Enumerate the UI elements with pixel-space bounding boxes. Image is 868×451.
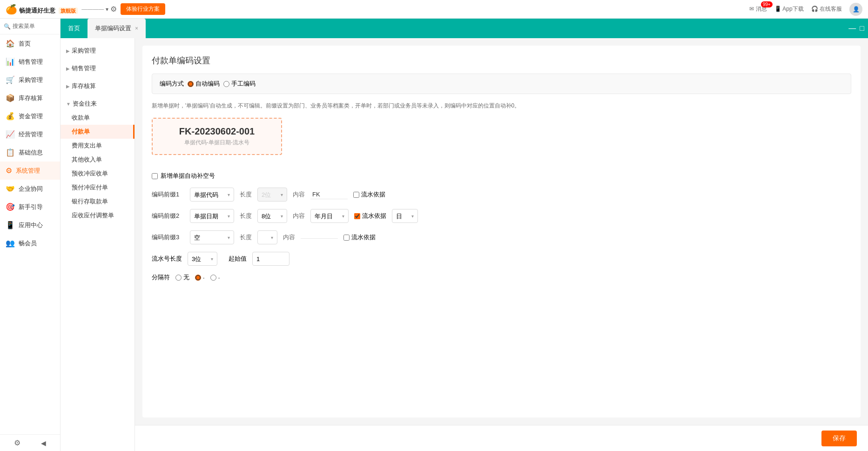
sec-item-adjust[interactable]: 应收应付调整单	[61, 209, 135, 222]
content3-label: 内容	[283, 233, 295, 242]
code-preview-desc: 单据代码-单据日期-流水号	[164, 139, 270, 147]
enterprise-icon: 🤝	[6, 184, 15, 193]
guide-icon: 🎯	[6, 202, 15, 211]
auto-fill-label: 新增单据自动补空号	[161, 172, 215, 180]
sidebar-item-basic[interactable]: 📋 基础信息	[0, 143, 60, 162]
sec-header-inventory[interactable]: ▶ 库存核算	[61, 79, 135, 93]
sec-item-pre-receipt[interactable]: 预收冲应收单	[61, 167, 135, 181]
apps-icon: 📱	[6, 221, 15, 229]
sidebar-item-label: 基础信息	[19, 148, 43, 157]
service-section[interactable]: 🎧 在线客服	[811, 5, 842, 13]
separator-none-radio[interactable]	[175, 275, 182, 281]
stream3-checkbox[interactable]	[343, 235, 350, 241]
sidebar-collapse-icon[interactable]: ◀	[41, 439, 46, 447]
length3-select-wrapper[interactable]: ▾	[257, 230, 277, 244]
sidebar-item-finance[interactable]: 💰 资金管理	[0, 107, 60, 125]
trial-button[interactable]: 体验行业方案	[121, 3, 165, 15]
settings-icon[interactable]: ⚙	[110, 5, 117, 13]
separator-dot-option[interactable]: ·	[195, 274, 205, 281]
prefix3-select-wrapper[interactable]: 空 单据代码 部门 业务员 ▾	[190, 230, 234, 244]
length2-select[interactable]: 8位 6位 4位	[262, 213, 279, 220]
serial-length-select-wrapper[interactable]: 3位 2位 4位 5位 ▾	[188, 252, 217, 266]
start-value-input[interactable]	[252, 252, 289, 266]
separator-none-option[interactable]: 无	[175, 273, 189, 282]
sidebar-item-enterprise[interactable]: 🤝 企业协同	[0, 180, 60, 198]
content2-select[interactable]: 年月日 年月 年	[315, 213, 340, 220]
stream2-unit-select[interactable]: 日 月 年	[396, 213, 410, 220]
auto-encoding-option[interactable]: 自动编码	[188, 80, 220, 88]
prefix2-row: 编码前缀2 单据日期 部门 业务员 空 ▾ 长度	[152, 209, 851, 223]
prefix1-select[interactable]: 单据代码 部门 业务员 空	[194, 191, 226, 198]
sidebar-item-operations[interactable]: 📈 经营管理	[0, 125, 60, 143]
sec-header-purchase[interactable]: ▶ 采购管理	[61, 44, 135, 58]
message-icon: ✉	[749, 6, 754, 12]
length3-select[interactable]	[262, 234, 269, 241]
auto-encoding-radio[interactable]	[188, 81, 194, 87]
sec-header-finance[interactable]: ▼ 资金往来	[61, 97, 135, 111]
manual-encoding-radio[interactable]	[223, 81, 229, 87]
prefix3-select[interactable]: 空 单据代码 部门 业务员	[194, 234, 226, 241]
tab-close-icon[interactable]: ×	[135, 25, 138, 32]
encoding-method-label: 编码方式	[160, 80, 184, 88]
sec-item-bank[interactable]: 银行存取款单	[61, 195, 135, 209]
message-section[interactable]: ✉ 消息 99+	[749, 5, 767, 13]
sidebar-item-apps[interactable]: 📱 应用中心	[0, 216, 60, 234]
sidebar-item-guide[interactable]: 🎯 新手引导	[0, 198, 60, 216]
stream2-checkbox[interactable]	[354, 213, 360, 219]
user-avatar[interactable]: 👤	[849, 3, 862, 16]
prefix2-select[interactable]: 单据日期 部门 业务员 空	[194, 213, 226, 220]
sidebar-item-member[interactable]: 👥 畅会员	[0, 234, 60, 252]
search-label: 搜索菜单	[13, 22, 35, 30]
service-icon: 🎧	[811, 6, 818, 12]
sidebar-item-sales[interactable]: 📊 销售管理	[0, 53, 60, 71]
main-area: 首页 单据编码设置 × — □ ▶ 采购管理	[61, 19, 868, 451]
prefix1-select-wrapper[interactable]: 单据代码 部门 业务员 空 ▾	[190, 188, 234, 202]
length1-label: 长度	[240, 190, 252, 199]
sidebar-item-inventory[interactable]: 📦 库存核算	[0, 89, 60, 107]
prefix1-dropdown-icon: ▾	[228, 192, 230, 197]
separator-dot-radio[interactable]	[195, 275, 201, 281]
content3-value	[301, 236, 338, 239]
serial-length-label: 流水号长度	[152, 255, 182, 263]
basic-icon: 📋	[6, 148, 15, 157]
stream1-checkbox[interactable]	[353, 192, 359, 198]
sec-header-label: 库存核算	[72, 82, 96, 90]
search-menu[interactable]: 🔍 搜索菜单	[0, 19, 60, 34]
window-maximize-icon[interactable]: □	[860, 24, 864, 33]
sec-item-expense[interactable]: 费用支出单	[61, 139, 135, 153]
separator-dash-radio[interactable]	[210, 275, 216, 281]
tab-encoding-settings[interactable]: 单据编码设置 ×	[87, 19, 146, 38]
sec-header-label: 资金往来	[73, 100, 97, 108]
window-minimize-icon[interactable]: —	[848, 24, 856, 33]
download-icon: 📱	[774, 6, 781, 12]
separator-dash-option[interactable]: ·	[210, 274, 220, 281]
serial-row: 流水号长度 3位 2位 4位 5位 ▾ 起始值	[152, 252, 851, 266]
auto-fill-row: 新增单据自动补空号	[152, 172, 851, 180]
download-label: App下载	[782, 6, 803, 12]
sec-item-pre-payment[interactable]: 预付冲应付单	[61, 181, 135, 195]
download-section[interactable]: 📱 App下载	[774, 5, 804, 13]
sec-header-sales[interactable]: ▶ 销售管理	[61, 61, 135, 75]
sidebar-item-home[interactable]: 🏠 首页	[0, 34, 60, 53]
sidebar-settings-icon[interactable]: ⚙	[14, 438, 20, 447]
sec-header-label: 采购管理	[72, 47, 96, 55]
sidebar-item-label: 应用中心	[19, 221, 43, 229]
auto-fill-checkbox[interactable]	[152, 173, 158, 179]
sec-item-receipt[interactable]: 收款单	[61, 111, 135, 125]
manual-encoding-option[interactable]: 手工编码	[223, 80, 256, 88]
dropdown-icon[interactable]: ▾	[106, 6, 108, 13]
sidebar-item-system[interactable]: ⚙ 系统管理	[0, 162, 60, 180]
sidebar-item-purchase[interactable]: 🛒 采购管理	[0, 71, 60, 89]
save-button[interactable]: 保存	[821, 431, 857, 446]
length2-select-wrapper[interactable]: 8位 6位 4位 ▾	[257, 209, 287, 223]
sec-item-income[interactable]: 其他收入单	[61, 153, 135, 167]
stream2-unit-wrapper[interactable]: 日 月 年 ▾	[392, 209, 418, 223]
code-preview-value: FK-20230602-001	[164, 126, 270, 137]
sec-item-payment[interactable]: 付款单	[61, 125, 135, 139]
tab-home[interactable]: 首页	[61, 19, 87, 38]
tabbar-actions: — □	[848, 24, 868, 33]
separator-none-label: 无	[183, 273, 189, 282]
prefix2-select-wrapper[interactable]: 单据日期 部门 业务员 空 ▾	[190, 209, 234, 223]
content2-select-wrapper[interactable]: 年月日 年月 年 ▾	[310, 209, 349, 223]
serial-length-select[interactable]: 3位 2位 4位 5位	[192, 256, 209, 263]
